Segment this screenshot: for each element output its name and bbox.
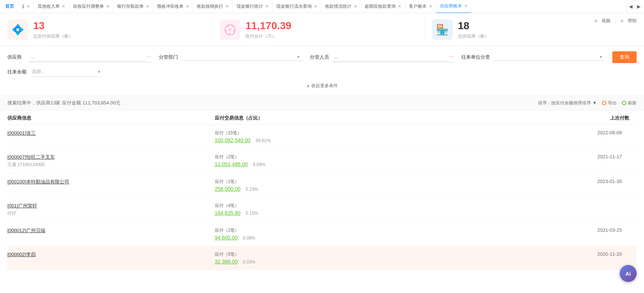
supplier-label: 供应商 [7, 54, 26, 61]
close-icon[interactable]: ✕ [429, 4, 432, 9]
search-area: 供应商 ··· 分管部门 ▼ 分管人员 ··· [0, 46, 644, 96]
nav-right-arrow[interactable]: ▶ [634, 0, 643, 13]
nav-tab-customer-account[interactable]: 客户账本 ✕ [405, 0, 436, 13]
trans-row: 164,635.90 0.15% [215, 210, 463, 216]
close-icon[interactable]: ✕ [225, 4, 229, 9]
export-label: 导出 [608, 100, 617, 106]
collapse-btn-label: 收起更多条件 [311, 83, 338, 89]
collapse-bar: ∧ 收起更多条件 [7, 80, 637, 93]
close-icon[interactable]: ✕ [354, 4, 357, 9]
col-header-supplier: 供应商信息 [7, 115, 215, 121]
nav-tab-supplier-account-label: 供应商账本 [440, 3, 462, 9]
nav-tab-advance-collection[interactable]: 预收冲应收单 ✕ [153, 0, 193, 13]
last-payment-date: 2022-08-08 [598, 128, 630, 135]
supplier-link[interactable]: [000002]李四 [7, 252, 36, 257]
nav-tab-receipt-check[interactable]: 收款核销执行 ✕ [193, 0, 233, 13]
last-payment-date: 2020-11-20 [598, 250, 630, 257]
close-icon[interactable]: ✕ [106, 4, 109, 9]
chevron-up-icon: ∧ [307, 83, 310, 89]
category-label: 往来单位分类 [461, 54, 490, 61]
help-link[interactable]: 帮助 [628, 18, 637, 24]
balance-select[interactable]: 选择... ▼ [29, 67, 103, 77]
nav-left-arrow[interactable]: ◀ [626, 0, 634, 13]
supplier-info-col: [000002]李四 [7, 251, 215, 258]
supplier-link[interactable]: [000001]张三 [7, 130, 36, 136]
refresh-label: 刷新 [628, 100, 637, 106]
export-button[interactable]: 导出 [602, 100, 617, 106]
nav-tab-3[interactable]: 3 ✕ [18, 0, 34, 13]
supplier-link[interactable]: [000012]广州贝瑞 [7, 228, 45, 233]
balance-label: 往来余额 [7, 69, 27, 75]
query-button[interactable]: 查询 [612, 51, 637, 63]
trans-label: 应付（2笔） [215, 154, 463, 160]
question-icon: ⊙ [620, 19, 623, 23]
trans-amount[interactable]: 258,000.00 [215, 186, 241, 192]
trans-percent: 0.08% [243, 235, 255, 241]
ai-button[interactable]: Ai [620, 265, 637, 282]
chevron-down-icon: ▼ [297, 55, 300, 59]
close-icon[interactable]: ✕ [464, 4, 468, 8]
nav-tab-cash-bank-flow[interactable]: 现金银行流水查询 ✕ [273, 0, 321, 13]
table-header: 供应商信息 应付交易信息（占比） 上次付数 [7, 110, 637, 125]
nav-tab-home-label: 首页 [5, 3, 14, 10]
nav-tab-3-label: 3 [22, 4, 24, 9]
transaction-col: 应付（15笔） 100,092,540.00 89.61% [215, 130, 463, 143]
main-content: 💠 13 总应付供应商（家） 💮 11,170.39 应付合计（万） 🏪 18 … [0, 13, 644, 293]
trans-amount[interactable]: 164,635.90 [215, 210, 241, 216]
dept-select[interactable]: ▼ [181, 54, 303, 61]
supplier-link[interactable]: [001]广州荣轩 [7, 203, 37, 208]
dept-label: 分管部门 [159, 54, 178, 61]
export-icon [602, 101, 606, 105]
nav-tab-ap-adjust[interactable]: 应收应付调整单 ✕ [69, 0, 113, 13]
stat-number-ap-total: 11,170.39 [245, 20, 417, 32]
nav-tab-other-income[interactable]: 其他收入单 ✕ [34, 0, 69, 13]
stat-block-ap-total: 💮 11,170.39 应付合计（万） [212, 19, 424, 40]
supplier-more-icon[interactable]: ··· [146, 54, 151, 60]
close-icon[interactable]: ✕ [146, 4, 149, 9]
last-payment-date [622, 201, 629, 208]
chevron-down-icon: ▼ [97, 70, 101, 74]
nav-tab-bank-deposit[interactable]: 银行存取款单 ✕ [113, 0, 153, 13]
supplier-info-col: [000100]本特勤油品有限公司 [7, 179, 215, 185]
trans-amount[interactable]: 32,366.00 [215, 259, 238, 265]
trans-amount[interactable]: 100,092,540.00 [215, 137, 251, 143]
close-icon[interactable]: ✕ [27, 4, 30, 9]
supplier-input[interactable] [29, 52, 146, 61]
supplier-search-field: 供应商 ··· [7, 52, 151, 62]
nav-tab-supplier-account[interactable]: 供应商账本 ✕ [436, 0, 472, 13]
transaction-col: 应付（5笔） 32,366.00 0.03% [215, 251, 463, 265]
nav-tab-ap-adjust-label: 应收应付调整单 [73, 3, 104, 10]
refresh-button[interactable]: 刷新 [622, 100, 637, 106]
nav-tab-collection-stats[interactable]: 收款情况统计 ✕ [321, 0, 361, 13]
close-icon[interactable]: ✕ [398, 4, 401, 9]
close-icon[interactable]: ✕ [62, 4, 65, 9]
nav-tab-home[interactable]: 首页 [1, 0, 18, 13]
nav-tab-cash-bank-flow-label: 现金银行流水查询 [276, 3, 312, 10]
last-payment-date: 2021-03-25 [598, 226, 630, 233]
category-select[interactable]: ▼ [493, 54, 605, 61]
person-more-icon[interactable]: ··· [449, 54, 454, 60]
trans-amount[interactable]: 11,051,486.00 [215, 161, 248, 167]
trans-amount[interactable]: 94,600.00 [215, 235, 238, 241]
transaction-info: 应付（5笔） 32,366.00 0.03% [215, 251, 463, 265]
stat-label-total-suppliers: 总供应商（家） [458, 33, 629, 39]
chevron-down-icon: ▼ [592, 100, 597, 106]
person-input[interactable] [332, 52, 449, 61]
nav-tab-overdue-query[interactable]: 超期应收款查询 ✕ [361, 0, 405, 13]
trans-percent: 89.61% [256, 138, 271, 143]
close-icon[interactable]: ✕ [186, 4, 189, 9]
supplier-link[interactable]: [000007]恒旺二手叉车 [7, 154, 55, 160]
stats-header: 💠 13 总应付供应商（家） 💮 11,170.39 应付合计（万） 🏪 18 … [0, 13, 644, 46]
video-link[interactable]: 视频 [602, 18, 610, 24]
sort-select[interactable]: 排序：按应付余额倒序排序 ▼ [538, 100, 597, 106]
supplier-info-col: [000012]广州贝瑞 [7, 227, 215, 234]
close-icon[interactable]: ✕ [314, 4, 317, 9]
collapse-button[interactable]: ∧ 收起更多条件 [307, 83, 338, 89]
supplier-info-col: [000001]张三 [7, 130, 215, 137]
supplier-link[interactable]: [000100]本特勤油品有限公司 [7, 179, 69, 185]
last-payment-col: 2022-08-08 [463, 130, 637, 135]
total-suppliers-icon: 🏪 [432, 19, 453, 40]
close-icon[interactable]: ✕ [265, 4, 269, 9]
search-row-1: 供应商 ··· 分管部门 ▼ 分管人员 ··· [7, 51, 637, 63]
nav-tab-cash-bank-stats[interactable]: 现金银行统计 ✕ [233, 0, 273, 13]
